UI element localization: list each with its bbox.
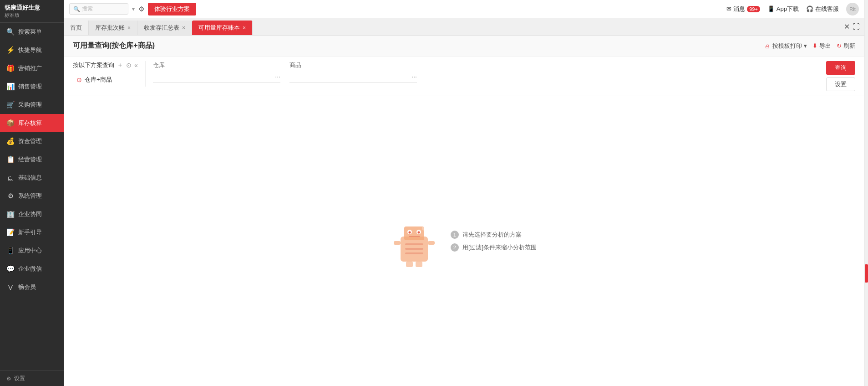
tip-num-1: 1: [451, 231, 459, 239]
export-btn[interactable]: ⬇ 导出: [812, 42, 831, 50]
collapse-scheme-icon[interactable]: «: [134, 62, 138, 69]
filter-fields: 仓库 ··· 商品 ···: [153, 61, 814, 82]
sidebar-logo: 畅康通好生意 标准版: [0, 0, 64, 23]
message-badge: 99+: [747, 6, 760, 12]
marketing-icon: 🎁: [6, 64, 15, 72]
product-input-wrapper: ···: [289, 71, 417, 82]
topbar: 🔍 搜索 ▾ ⚙ 体验行业方案 ✉ 消息 99+ 📱 App下载 🎧 在线客服 …: [64, 0, 864, 18]
sidebar-item-newbie[interactable]: 📝 新手引导: [0, 223, 64, 242]
sidebar-item-marketing[interactable]: 🎁 营销推广: [0, 59, 64, 77]
svg-rect-7: [394, 241, 401, 245]
app-download-label: App下载: [777, 5, 799, 13]
svg-point-5: [417, 232, 420, 234]
sidebar-item-label-appstore: 应用中心: [18, 247, 42, 255]
svg-point-14: [422, 226, 426, 231]
refresh-btn[interactable]: ↻ 刷新: [837, 42, 855, 50]
svg-rect-8: [428, 241, 435, 245]
filter-actions-right: 查询 设置: [822, 61, 855, 91]
sidebar-item-label-finance: 资金管理: [18, 137, 42, 145]
svg-rect-11: [405, 252, 423, 254]
sidebar-bottom-settings[interactable]: ⚙ 设置: [0, 371, 64, 386]
sidebar-item-label-member: 畅会员: [18, 283, 36, 291]
print-btn[interactable]: 🖨 按模板打印 ▾: [765, 42, 807, 50]
tab-collection-label: 收发存汇总表: [144, 24, 179, 32]
sidebar-item-label-system: 系统管理: [18, 192, 42, 200]
sidebar-item-member[interactable]: V 畅会员: [0, 278, 64, 296]
sidebar-item-finance[interactable]: 💰 资金管理: [0, 132, 64, 150]
page-header: 可用量查询(按仓库+商品) 🖨 按模板打印 ▾ ⬇ 导出 ↻ 刷新: [64, 36, 864, 57]
tab-available[interactable]: 可用量库存账本 ×: [192, 21, 253, 35]
filter-scheme-header: 按以下方案查询 ＋ ⊙ «: [73, 61, 138, 69]
inventory-icon: 📦: [6, 119, 15, 127]
sidebar-item-search[interactable]: 🔍 搜索菜单: [0, 23, 64, 41]
warehouse-input[interactable]: [153, 73, 273, 80]
sidebar-item-purchase[interactable]: 🛒 采购管理: [0, 96, 64, 114]
warehouse-label: 仓库: [153, 61, 280, 69]
sidebar-item-label-purchase: 采购管理: [18, 101, 42, 109]
export-icon: ⬇: [812, 42, 817, 49]
right-scrollbar[interactable]: [864, 0, 868, 386]
online-service-label: 在线客服: [815, 5, 839, 13]
dropdown-chevron-icon[interactable]: ▾: [132, 6, 135, 12]
tip-num-2: 2: [451, 243, 459, 252]
sidebar-item-shortcut[interactable]: ⚡ 快捷导航: [0, 41, 64, 59]
sidebar-item-enterprise[interactable]: 🏢 企业协同: [0, 205, 64, 223]
filter-field-product: 商品 ···: [289, 61, 417, 82]
refresh-icon: ↻: [837, 42, 842, 49]
user-avatar[interactable]: Rit: [846, 3, 859, 15]
sidebar-item-label-shortcut: 快捷导航: [18, 46, 42, 54]
tab-available-close[interactable]: ×: [243, 25, 246, 31]
sidebar-item-inventory[interactable]: 📦 库存核算: [0, 114, 64, 132]
online-service-btn[interactable]: 🎧 在线客服: [806, 5, 839, 13]
tab-batch-label: 库存批次账: [95, 24, 125, 32]
trial-btn[interactable]: 体验行业方案: [148, 3, 196, 15]
tab-collection-close[interactable]: ×: [182, 25, 185, 31]
settings-icon: ⚙: [6, 376, 11, 382]
shortcut-icon: ⚡: [6, 46, 15, 54]
sidebar-item-system[interactable]: ⚙ 系统管理: [0, 187, 64, 205]
topbar-search-box[interactable]: 🔍 搜索: [69, 3, 128, 15]
app-download-btn[interactable]: 📱 App下载: [767, 5, 799, 13]
member-icon: V: [6, 283, 15, 291]
gear-icon[interactable]: ⚙: [138, 5, 144, 13]
username-text: Rit: [849, 6, 855, 12]
page-actions: 🖨 按模板打印 ▾ ⬇ 导出 ↻ 刷新: [765, 42, 855, 50]
edit-scheme-icon[interactable]: ⊙: [126, 62, 132, 69]
sidebar-item-appstore[interactable]: 📱 应用中心: [0, 242, 64, 260]
scheme-item-warehouse-product[interactable]: ⊙ 仓库+商品: [73, 73, 138, 87]
tab-batch[interactable]: 库存批次账 ×: [89, 21, 137, 35]
message-btn[interactable]: ✉ 消息 99+: [726, 5, 760, 13]
tab-batch-close[interactable]: ×: [127, 25, 131, 31]
sidebar-item-operation[interactable]: 📋 经营管理: [0, 150, 64, 169]
settings-btn[interactable]: 设置: [826, 77, 855, 91]
query-btn[interactable]: 查询: [826, 61, 855, 75]
sidebar-item-label-basic: 基础信息: [18, 174, 42, 182]
warehouse-more-icon[interactable]: ···: [275, 73, 280, 80]
sidebar-item-basic[interactable]: 🗂 基础信息: [0, 169, 64, 187]
sidebar-scroll: 🔍 搜索菜单 ⚡ 快捷导航 🎁 营销推广 📊 销售管理 🛒 采购管理 📦 库存核…: [0, 23, 64, 371]
sidebar-item-label-wechat: 企业微信: [18, 265, 42, 273]
sidebar: 畅康通好生意 标准版 🔍 搜索菜单 ⚡ 快捷导航 🎁 营销推广 📊 销售管理 🛒…: [0, 0, 64, 386]
app-icon: 📱: [767, 5, 775, 12]
tab-home[interactable]: 首页: [64, 21, 89, 35]
filter-field-warehouse: 仓库 ···: [153, 61, 280, 82]
svg-rect-1: [404, 226, 424, 240]
tab-close-btn[interactable]: ✕: [844, 22, 850, 31]
scrollbar-thumb[interactable]: [865, 264, 868, 283]
sidebar-item-wechat[interactable]: 💬 企业微信: [0, 260, 64, 278]
tab-home-label: 首页: [70, 24, 82, 32]
warehouse-input-wrapper: ···: [153, 71, 280, 82]
page-title: 可用量查询(按仓库+商品): [73, 41, 155, 51]
svg-point-4: [408, 232, 411, 234]
tab-collection[interactable]: 收发存汇总表 ×: [137, 21, 192, 35]
product-input[interactable]: [289, 73, 410, 80]
wechat-icon: 💬: [6, 265, 15, 273]
sidebar-item-sales[interactable]: 📊 销售管理: [0, 77, 64, 96]
main-area: 🔍 搜索 ▾ ⚙ 体验行业方案 ✉ 消息 99+ 📱 App下载 🎧 在线客服 …: [64, 0, 864, 386]
sidebar-logo-title: 畅康通好生意: [5, 4, 59, 12]
tab-expand-btn[interactable]: ⛶: [853, 23, 860, 31]
add-scheme-icon[interactable]: ＋: [117, 61, 123, 69]
export-label: 导出: [819, 42, 831, 50]
sidebar-item-label-newbie: 新手引导: [18, 228, 42, 237]
product-more-icon[interactable]: ···: [411, 73, 417, 80]
